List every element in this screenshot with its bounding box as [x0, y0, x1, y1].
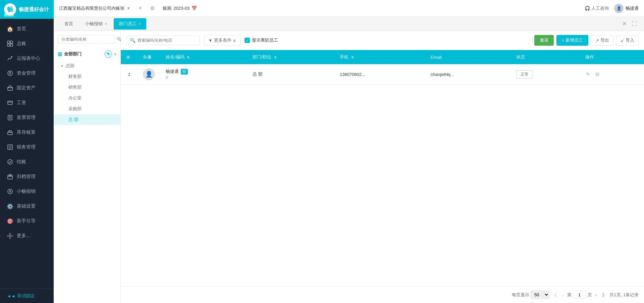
- tab-report-close[interactable]: ×: [105, 21, 107, 26]
- th-dept[interactable]: 部门/职位 ⇅: [247, 50, 334, 64]
- help-btn[interactable]: 🎧 人工咨询: [585, 5, 609, 11]
- invite-btn[interactable]: 邀请: [534, 35, 554, 46]
- dept-child-general[interactable]: 总 部: [54, 114, 120, 125]
- topbar-right: 🎧 人工咨询 👤 畅捷通: [585, 4, 639, 13]
- user-name: 畅捷通: [626, 5, 639, 11]
- closing-icon: [7, 159, 13, 165]
- unpin-label: 取消固定: [17, 293, 35, 299]
- sidebar-item-archive[interactable]: 归档管理: [0, 169, 54, 184]
- table-footer: 每页显示 50 100 200 ⟪ ‹ 第 页 ›: [121, 286, 644, 303]
- dept-all[interactable]: ⊞ 全部部门 ✎ «: [54, 48, 120, 60]
- sidebar-item-label: 工资: [17, 100, 26, 106]
- svg-text:¥: ¥: [9, 189, 12, 194]
- sidebar-item-guide[interactable]: 🎯 新手引导: [0, 214, 54, 228]
- add-employee-btn[interactable]: + 新增员工: [556, 35, 588, 46]
- svg-rect-3: [10, 44, 13, 46]
- tab-report[interactable]: 小畅报销 ×: [80, 18, 112, 30]
- period-label: 账期: [163, 5, 171, 11]
- next-page-btn[interactable]: ›: [593, 292, 599, 298]
- user-menu[interactable]: 👤 畅捷通: [614, 4, 639, 13]
- sidebar-item-more[interactable]: ➕ 更多...: [0, 228, 54, 243]
- sidebar-item-fixed[interactable]: 固定资产: [0, 81, 54, 95]
- period-value: 2023-03: [173, 6, 190, 11]
- sidebar-item-closing[interactable]: 结账: [0, 155, 54, 169]
- sidebar-item-label: 总账: [17, 41, 26, 47]
- th-name[interactable]: 姓名/编码 ⇅: [160, 50, 247, 64]
- th-settings[interactable]: ⚙: [121, 50, 138, 64]
- search-icon: 🔍: [130, 38, 136, 43]
- close-tab-btn[interactable]: ✕: [621, 19, 628, 28]
- period-selector[interactable]: 账期 2023-03 📅: [163, 5, 197, 11]
- unpin-btn[interactable]: ◄◄ 取消固定: [0, 289, 54, 303]
- import-label: 导入: [626, 37, 634, 43]
- sort-icon: ⇅: [274, 55, 277, 59]
- page-content: 🔍 ⊞ 全部部门 ✎ « 总部 财务部 销售部 办公室 采购部 总 部: [54, 31, 644, 303]
- dept-child-purchase[interactable]: 采购部: [54, 103, 120, 114]
- sidebar-item-expense[interactable]: ¥ 小畅报销: [0, 184, 54, 199]
- first-page-btn[interactable]: ⟪: [552, 292, 559, 298]
- sidebar-item-label: 更多...: [17, 233, 30, 239]
- dept-edit-btn[interactable]: ✎: [105, 50, 112, 58]
- dept-all-left: ⊞ 全部部门: [58, 51, 82, 57]
- tab-report-label: 小畅报销: [85, 21, 103, 27]
- svg-point-4: [11, 56, 12, 57]
- sidebar-item-label: 结账: [17, 159, 26, 165]
- per-page-select[interactable]: 50 100 200: [531, 291, 549, 299]
- row-name-code: 畅捷通 部 0: [160, 64, 247, 85]
- sidebar-item-tax[interactable]: 税务管理: [0, 140, 54, 155]
- delete-btn[interactable]: ⊟: [595, 71, 600, 78]
- sidebar-item-settings[interactable]: ⚙️ 基础设置: [0, 199, 54, 214]
- sidebar-item-finance[interactable]: ¥ 资金管理: [0, 66, 54, 81]
- show-resigned-label: 显示离职员工: [252, 37, 278, 43]
- import-btn[interactable]: ↙ 导入: [616, 35, 639, 46]
- sidebar-item-label: 发票管理: [17, 115, 36, 121]
- last-page-btn[interactable]: ⟫: [600, 292, 607, 298]
- row-status: 正常: [511, 64, 580, 85]
- settings-icon: ⚙️: [7, 203, 13, 210]
- tab-home[interactable]: 首页: [59, 18, 78, 30]
- prev-page-btn[interactable]: ‹: [560, 292, 566, 298]
- sidebar-item-reports[interactable]: 云报表中心: [0, 51, 54, 66]
- sidebar-item-salary[interactable]: 工资: [0, 95, 54, 110]
- sidebar-item-label: 基础设置: [17, 203, 36, 209]
- resigned-checkbox[interactable]: ✓: [245, 38, 250, 43]
- company-selector[interactable]: 江西服宝精品有限责任公司内账张 ▼: [59, 5, 130, 11]
- company-name: 江西服宝精品有限责任公司内账张: [59, 5, 124, 11]
- tab-dept[interactable]: 部门员工 ×: [114, 18, 146, 30]
- inventory-icon: [7, 129, 13, 136]
- dept-parent-zongbu[interactable]: 总部: [54, 60, 120, 71]
- settings-btn[interactable]: ⚙: [150, 5, 155, 11]
- sidebar-item-label: 新手引导: [17, 218, 36, 224]
- employee-search-box: 🔍: [126, 36, 200, 45]
- add-company-btn[interactable]: +: [136, 5, 145, 12]
- row-email: chanjethkj...: [425, 64, 511, 85]
- status-badge: 正常: [516, 70, 533, 79]
- calendar-icon: 📅: [192, 6, 197, 11]
- show-resigned[interactable]: ✓ 显示离职员工: [245, 37, 278, 43]
- export-btn[interactable]: ↗ 导出: [591, 35, 613, 46]
- row-avatar: 👤: [138, 64, 160, 85]
- th-dept-label: 部门/职位: [253, 54, 271, 59]
- expense-icon: ¥: [7, 188, 13, 195]
- dept-child-sales[interactable]: 销售部: [54, 82, 120, 93]
- dept-group: 总部 财务部 销售部 办公室 采购部 总 部: [54, 60, 120, 125]
- th-phone[interactable]: 手机 ⇅: [334, 50, 425, 64]
- tab-bar: 首页 小畅报销 × 部门员工 × ✕ ⛶: [54, 17, 644, 31]
- page-number-input[interactable]: [573, 291, 586, 299]
- sidebar-item-ledger[interactable]: 总账: [0, 36, 54, 51]
- fixed-icon: [7, 85, 13, 91]
- sidebar-item-home[interactable]: 🏠 首页: [0, 21, 54, 36]
- edit-btn[interactable]: ✎: [585, 71, 591, 78]
- dept-child-finance[interactable]: 财务部: [54, 71, 120, 82]
- tab-dept-label: 部门员工: [119, 21, 137, 27]
- dept-collapse-btn[interactable]: «: [114, 52, 116, 56]
- sidebar-item-invoice[interactable]: 发票管理: [0, 110, 54, 125]
- sidebar-item-inventory[interactable]: 库存核算: [0, 125, 54, 140]
- tab-home-label: 首页: [64, 21, 73, 27]
- expand-tab-btn[interactable]: ⛶: [631, 19, 639, 28]
- dept-child-office[interactable]: 办公室: [54, 93, 120, 103]
- tab-dept-close[interactable]: ×: [139, 21, 141, 26]
- filter-btn[interactable]: ▼ 更多条件 ∨: [204, 35, 240, 46]
- employee-search-input[interactable]: [138, 38, 196, 43]
- dept-search-input[interactable]: [58, 35, 115, 44]
